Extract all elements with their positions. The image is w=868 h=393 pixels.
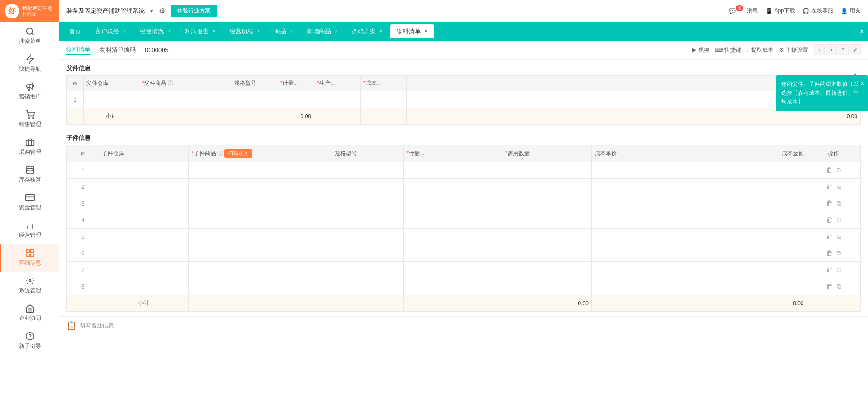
sidebar-item-search[interactable]: 搜索菜单 xyxy=(0,22,59,50)
child-unit-cell[interactable] xyxy=(404,162,466,179)
copy-icon[interactable]: ⧉ xyxy=(837,216,841,224)
parent-col-spec: 规格型号 xyxy=(231,76,277,91)
message-badge: 6 xyxy=(736,5,743,11)
tab-customers[interactable]: 客户联络 × xyxy=(89,24,133,38)
tab-new-goods[interactable]: 新增商品 × xyxy=(301,24,344,38)
nav-expand-btn[interactable]: ⤢ xyxy=(850,44,861,55)
sidebar-item-sales[interactable]: 销售管理 xyxy=(0,105,59,133)
gear-icon[interactable]: ⚙ xyxy=(159,6,165,15)
table-row: 8 🗑 ⧉ xyxy=(67,278,861,295)
user-btn[interactable]: 👤 用友 xyxy=(841,7,861,15)
parent-cost-cell[interactable] xyxy=(361,91,407,108)
online-service-label: 在线客服 xyxy=(811,7,833,15)
trial-btn[interactable]: 体验行业方案 xyxy=(171,5,217,17)
sidebar-item-operation[interactable]: 经营管理 xyxy=(0,216,59,244)
sub-tab-bom-code[interactable]: 物料清单编码 xyxy=(100,45,136,55)
child-warehouse-cell[interactable] xyxy=(99,162,188,179)
tab-close-icon[interactable]: × xyxy=(335,28,338,35)
delete-icon[interactable]: 🗑 xyxy=(826,249,832,257)
child-qty-cell[interactable] xyxy=(502,162,591,179)
tab-barcode[interactable]: 条码方案 × xyxy=(345,24,389,38)
child-spec-cell[interactable] xyxy=(332,162,404,179)
sidebar-item-marketing[interactable]: 营销推广 xyxy=(0,78,59,105)
action-extract-cost[interactable]: ↓ 提取成本 xyxy=(747,46,773,54)
copy-icon[interactable]: ⧉ xyxy=(837,266,841,273)
sidebar-item-guide[interactable]: 新手引导 xyxy=(0,327,59,355)
parent-warehouse-cell[interactable] xyxy=(84,91,139,108)
nav-next-btn[interactable]: › xyxy=(826,44,837,55)
sub-tab-bom-list[interactable]: 物料清单 xyxy=(66,44,90,55)
child-subtotal-row: 小计 0.00 0.00 xyxy=(67,295,861,312)
copy-icon[interactable]: ⧉ xyxy=(837,166,841,174)
child-table-container: ⚙ 子件仓库 *子件商品 ⓘ 扫码录入 规格型号 *计量... xyxy=(59,145,868,316)
sidebar-item-finance[interactable]: 资金管理 xyxy=(0,188,59,216)
sidebar-item-basics[interactable]: 基础信息 xyxy=(0,244,59,272)
delete-icon[interactable]: 🗑 xyxy=(826,283,832,290)
tab-operations[interactable]: 经营情况 × xyxy=(133,24,177,38)
tab-close-icon[interactable]: × xyxy=(123,28,126,35)
tab-home[interactable]: 首页 xyxy=(63,24,88,38)
child-goods-cell[interactable] xyxy=(188,162,332,179)
parent-col-settings[interactable]: ⚙ xyxy=(67,76,84,91)
tab-goods[interactable]: 商品 × xyxy=(268,24,300,38)
tooltip-close-btn[interactable]: × xyxy=(861,78,864,88)
action-single-settings[interactable]: ⚙ 单据设置 xyxy=(779,46,808,54)
sidebar-item-system[interactable]: 系统管理 xyxy=(0,272,59,299)
tab-bom[interactable]: 物料清单 × xyxy=(390,24,434,38)
tab-close-icon[interactable]: × xyxy=(380,28,383,35)
message-btn[interactable]: 💬 6 消息 xyxy=(729,7,758,15)
delete-icon[interactable]: 🗑 xyxy=(826,200,832,207)
copy-icon[interactable]: ⧉ xyxy=(837,283,841,290)
action-hotkey[interactable]: ⌨ 快捷键 xyxy=(715,46,741,54)
delete-icon[interactable]: 🗑 xyxy=(826,183,832,190)
copy-icon[interactable]: ⧉ xyxy=(837,183,841,190)
parent-section-title: 父件信息 xyxy=(59,60,868,75)
nav-prev-btn[interactable]: ‹ xyxy=(814,44,825,55)
tab-close-icon[interactable]: × xyxy=(424,28,428,35)
sidebar-item-purchase[interactable]: 采购管理 xyxy=(0,133,59,161)
delete-icon[interactable]: 🗑 xyxy=(826,216,832,224)
delete-icon[interactable]: 🗑 xyxy=(826,233,832,240)
sidebar-item-label: 采购管理 xyxy=(19,148,41,156)
parent-production-cell[interactable] xyxy=(314,91,361,108)
dropdown-arrow-icon[interactable]: ▾ xyxy=(150,7,153,14)
tab-close-icon[interactable]: × xyxy=(290,28,293,35)
sidebar-item-quicknav[interactable]: 快捷导航 xyxy=(0,50,59,78)
parent-unit-cell[interactable] xyxy=(277,91,314,108)
copy-icon[interactable]: ⧉ xyxy=(837,233,841,240)
content-area: 物料清单 物料清单编码 0000005 ▶ 视频 ⌨ 快捷键 ↓ 提取成本 ⚙ xyxy=(59,41,868,393)
child-col-settings[interactable]: ⚙ xyxy=(67,145,99,162)
tab-close-icon[interactable]: × xyxy=(168,28,171,35)
child-unit-price-cell[interactable] xyxy=(591,162,681,179)
app-download-btn[interactable]: 📱 App下载 xyxy=(766,7,795,15)
child-op-cell: 🗑 ⧉ xyxy=(807,162,860,179)
tab-close-icon[interactable]: × xyxy=(212,28,216,35)
parent-spec-cell[interactable] xyxy=(231,91,277,108)
sidebar-item-inventory[interactable]: 库存核算 xyxy=(0,161,59,188)
row-num: 4 xyxy=(67,212,99,229)
action-view[interactable]: ▶ 视频 xyxy=(692,46,709,54)
child-col-spacer xyxy=(466,145,502,162)
sidebar-item-enterprise[interactable]: 企业协同 xyxy=(0,299,59,327)
tab-close-icon[interactable]: × xyxy=(257,28,260,35)
table-row: 6 🗑 ⧉ xyxy=(67,245,861,262)
delete-icon[interactable]: 🗑 xyxy=(826,166,832,174)
online-service-btn[interactable]: 🎧 在线客服 xyxy=(802,7,833,15)
child-spacer-cell xyxy=(466,162,502,179)
extract-icon: ↓ xyxy=(747,47,749,53)
notes-text: 填写备注信息 xyxy=(80,322,114,330)
copy-icon[interactable]: ⧉ xyxy=(837,249,841,257)
app-download-label: App下载 xyxy=(774,7,795,15)
tab-history[interactable]: 经营历程 × xyxy=(223,24,267,38)
scan-btn[interactable]: 扫码录入 xyxy=(224,149,252,158)
parent-col-production: *生产... xyxy=(314,76,361,91)
parent-goods-cell[interactable] xyxy=(139,91,231,108)
delete-icon[interactable]: 🗑 xyxy=(826,266,832,273)
sidebar: 好 畅捷通好生意 标准版 搜索菜单 快捷导航 营销推广 销售管理 采购管理 库存… xyxy=(0,0,59,393)
tab-profit[interactable]: 利润报告 × xyxy=(178,24,222,38)
parent-subtotal-cost: 0.00 xyxy=(277,108,314,125)
copy-icon[interactable]: ⧉ xyxy=(837,200,841,207)
nav-menu-btn[interactable]: ≡ xyxy=(838,44,849,55)
page-close-btn[interactable]: × xyxy=(859,27,864,36)
sidebar-item-label: 库存核算 xyxy=(19,176,41,184)
